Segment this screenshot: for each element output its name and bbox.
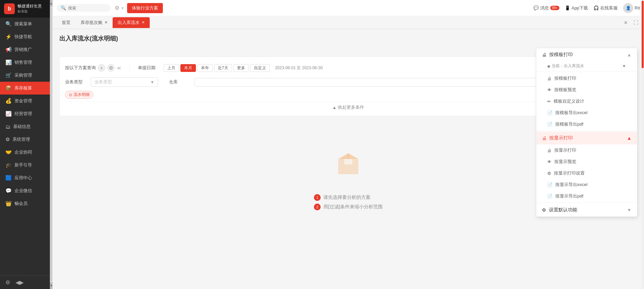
dropdown-header-arrow: ▲ bbox=[627, 52, 632, 57]
display-setting-icon: ⚙ bbox=[547, 171, 551, 176]
tabbar: 首页 库存批次账 ✕ 出入库流水 ✕ ✕ ⛶ bbox=[53, 16, 644, 29]
empty-step-1: 1 请先选择要分析的方案 bbox=[314, 193, 383, 202]
app-download-btn[interactable]: 📱 App下载 bbox=[565, 5, 588, 11]
template-preview-item[interactable]: 👁 按模板预览 bbox=[536, 84, 637, 96]
main-area: 🔍 ⚙ ▼ 体验行业方案 💬 消息 99+ 📱 App下载 🎧 在线客服 bbox=[53, 0, 644, 289]
display-print-item[interactable]: 🖨 按显示打印 bbox=[536, 144, 637, 156]
operations-icon: 📈 bbox=[5, 111, 12, 117]
filter-collapse-icon[interactable]: ≪ bbox=[117, 65, 121, 71]
sidebar-item-search[interactable]: 🔍 搜索菜单 bbox=[0, 18, 50, 30]
app-name: 畅捷通好生意 bbox=[18, 4, 42, 9]
separator-3 bbox=[536, 203, 637, 203]
date-tag-last-month[interactable]: 上月 bbox=[164, 64, 179, 72]
sidebar-item-base-info[interactable]: 🗂 基础信息 bbox=[0, 120, 50, 133]
display-print-setting-item[interactable]: ⚙ 按显示打印设置 bbox=[536, 167, 637, 179]
date-tag-custom[interactable]: 自定义 bbox=[250, 64, 270, 72]
type-label: 业务类型 bbox=[65, 79, 85, 85]
empty-state-icon bbox=[331, 147, 365, 187]
business-type-arrow: ▼ bbox=[150, 80, 154, 85]
display-print-section-header[interactable]: 🖨 按显示打印 ▲ bbox=[536, 132, 637, 144]
user-profile-btn[interactable]: 👤 Rit bbox=[623, 3, 640, 13]
sidebar-scroll-down[interactable]: ▼ bbox=[50, 282, 53, 289]
sidebar-item-sales[interactable]: 📊 销售管理 bbox=[0, 56, 50, 69]
messages-btn[interactable]: 💬 消息 99+ bbox=[533, 5, 559, 11]
date-label: 单据日期 bbox=[138, 65, 158, 71]
sidebar-item-guide[interactable]: 🎓 新手引导 bbox=[0, 159, 50, 172]
empty-steps: 1 请先选择要分析的方案 2 用[过滤]条件来缩小分析范围 bbox=[314, 193, 383, 212]
date-tag-group: 上月 本月 本年 近7天 更多 自定义 bbox=[164, 64, 270, 72]
display-print-arrow: ▲ bbox=[627, 135, 632, 141]
tab-expand-btn[interactable]: ⛶ bbox=[632, 19, 640, 27]
headset-icon: 🎧 bbox=[593, 5, 599, 10]
sidebar-logo: b 畅捷通好生意 标准版 bbox=[0, 0, 50, 18]
finance-icon: 💰 bbox=[5, 98, 12, 104]
filter-label: 按以下方案查询 bbox=[65, 65, 96, 71]
sidebar-scroll-thumb[interactable] bbox=[50, 7, 52, 282]
sidebar-item-inventory[interactable]: 📦 库存核算 bbox=[0, 82, 50, 95]
tab-home[interactable]: 首页 bbox=[57, 17, 76, 28]
set-default-section-header[interactable]: ⚙ 设置默认功能 ▼ bbox=[536, 204, 637, 216]
messages-badge: 99+ bbox=[550, 6, 559, 10]
separator-2 bbox=[536, 131, 637, 131]
sidebar-item-purchase[interactable]: 🛒 采购管理 bbox=[0, 69, 50, 82]
sidebar-item-system[interactable]: ⚙ 系统管理 bbox=[0, 133, 50, 146]
app-version: 标准版 bbox=[18, 9, 42, 14]
date-tag-this-year[interactable]: 本年 bbox=[197, 64, 213, 72]
filter-add-btn[interactable]: + bbox=[98, 64, 105, 72]
online-service-btn[interactable]: 🎧 在线客服 bbox=[593, 5, 618, 11]
collapse-btn[interactable]: ▲ 收起更多条件 bbox=[332, 104, 364, 110]
topbar-gear-icon[interactable]: ⚙ bbox=[115, 5, 119, 11]
business-type-select[interactable]: 业务类型 ▼ bbox=[91, 77, 158, 87]
date-tag-7days[interactable]: 近7天 bbox=[214, 64, 232, 72]
trial-button[interactable]: 体验行业方案 bbox=[127, 3, 163, 13]
sidebar-item-quick-nav[interactable]: ⚡ 快捷导航 bbox=[0, 30, 50, 43]
display-pdf-item[interactable]: 📄 按显示导出pdf bbox=[536, 190, 637, 202]
tab-inout-flow-close[interactable]: ✕ bbox=[142, 20, 145, 25]
svg-rect-2 bbox=[344, 159, 352, 164]
sidebar-item-finance[interactable]: 💰 资金管理 bbox=[0, 95, 50, 107]
action-toolbar: 🖨 按模板打印 ▲ ⬆ 导出 🔄 刷新 🖨 按模板打印 ▲ bbox=[59, 48, 637, 54]
template-excel-item[interactable]: 📄 按模板导出excel bbox=[536, 107, 637, 119]
sidebar-footer: ⚙ ◀▶ bbox=[0, 275, 50, 289]
template-print-icon: 🖨 bbox=[547, 76, 552, 81]
sidebar-scrollbar: ▲ ▼ bbox=[50, 0, 53, 289]
sidebar-item-app-center[interactable]: 🟦 应用中心 bbox=[0, 172, 50, 184]
filter-settings-btn[interactable]: ⚙ bbox=[107, 64, 115, 72]
right-scrollbar bbox=[641, 0, 644, 289]
guide-icon: 🎓 bbox=[5, 162, 12, 168]
sidebar-item-collab[interactable]: 🤝 企业协同 bbox=[0, 146, 50, 159]
template-excel-icon: 📄 bbox=[547, 110, 553, 115]
date-tag-more[interactable]: 更多 bbox=[233, 64, 249, 72]
template-pdf-item[interactable]: 📄 按模板导出pdf bbox=[536, 119, 637, 130]
tab-close-all-btn[interactable]: ✕ bbox=[622, 19, 630, 27]
template-pdf-icon: 📄 bbox=[547, 122, 553, 127]
search-tag-icon: ⊙ bbox=[69, 93, 72, 97]
sidebar-settings-btn[interactable]: ⚙ bbox=[5, 279, 10, 286]
display-print-item-icon: 🖨 bbox=[547, 148, 552, 153]
tab-batch-account-close[interactable]: ✕ bbox=[105, 20, 108, 25]
sidebar-item-vip[interactable]: 👑 畅会员 bbox=[0, 197, 50, 210]
topbar-right: 💬 消息 99+ 📱 App下载 🎧 在线客服 👤 Rit bbox=[533, 3, 640, 13]
template-custom-item[interactable]: ✏ 模板自定义设计 bbox=[536, 96, 637, 107]
date-tag-this-month[interactable]: 本月 bbox=[180, 64, 196, 72]
sidebar-item-operations[interactable]: 📈 经营管理 bbox=[0, 107, 50, 120]
template-print-item[interactable]: 🖨 按模板打印 bbox=[536, 73, 637, 84]
collab-icon: 🤝 bbox=[5, 149, 12, 155]
logo-icon: b bbox=[4, 3, 15, 14]
display-preview-icon: 👁 bbox=[547, 159, 552, 164]
filter-label-area: 按以下方案查询 + ⚙ ≪ bbox=[65, 64, 121, 72]
sidebar-item-marketing[interactable]: 📢 营销推广 bbox=[0, 43, 50, 56]
sidebar-nav: 🔍 搜索菜单 ⚡ 快捷导航 📢 营销推广 📊 销售管理 🛒 采购管理 📦 库存核… bbox=[0, 18, 50, 275]
display-print-icon: 🖨 bbox=[542, 135, 547, 141]
sidebar-scroll-up[interactable]: ▲ bbox=[50, 0, 53, 7]
sidebar-collapse-btn[interactable]: ◀▶ bbox=[16, 279, 24, 286]
inventory-icon: 📦 bbox=[5, 85, 12, 91]
tab-inout-flow[interactable]: 出入库流水 ✕ bbox=[113, 17, 150, 28]
tab-batch-account[interactable]: 库存批次账 ✕ bbox=[76, 17, 113, 28]
sidebar-item-wechat[interactable]: 💬 企业微信 bbox=[0, 184, 50, 197]
topbar-search-box[interactable]: 🔍 bbox=[57, 4, 111, 12]
right-scrollbar-thumb[interactable] bbox=[642, 1, 644, 68]
search-input[interactable] bbox=[68, 6, 105, 10]
display-excel-item[interactable]: 📄 按显示导出excel bbox=[536, 179, 637, 190]
display-preview-item[interactable]: 👁 按显示预览 bbox=[536, 156, 637, 167]
